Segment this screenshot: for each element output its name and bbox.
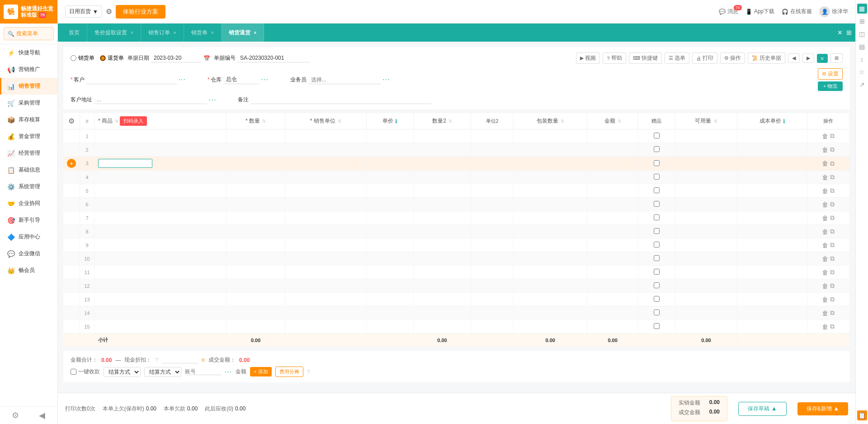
sidebar-item-shortcuts[interactable]: ⚡ 快捷导航 (0, 44, 57, 61)
online-service-button[interactable]: 🎧 在线客服 (782, 8, 812, 15)
help-btn[interactable]: ? 帮助 (603, 52, 626, 64)
maximize-button[interactable]: ⊞ (846, 29, 852, 36)
experience-button[interactable]: 体验行业方案 (116, 5, 165, 19)
calendar-icon[interactable]: 📅 (203, 55, 210, 62)
sidebar-item-inventory[interactable]: 📦 库存核算 (0, 111, 57, 128)
warehouse-select-btn[interactable]: ··· (261, 76, 269, 84)
scan-button[interactable]: 扫码录入 (120, 116, 147, 126)
product-cell[interactable] (94, 293, 226, 306)
customer-select-btn[interactable]: ··· (179, 76, 186, 84)
gift-checkbox[interactable] (654, 174, 660, 180)
copy-row-btn[interactable]: ⧉ (830, 200, 835, 208)
copy-row-btn[interactable]: ⧉ (830, 282, 835, 290)
delete-row-btn[interactable]: 🗑 (822, 201, 828, 208)
settings-btn[interactable]: ⚙ 设置 (818, 68, 843, 80)
gift-checkbox[interactable] (654, 228, 660, 234)
delete-row-btn[interactable]: 🗑 (822, 133, 828, 140)
right-btn-3[interactable]: ◫ (857, 29, 867, 39)
copy-row-btn[interactable]: ⧉ (830, 214, 835, 222)
app-download-button[interactable]: 📱 App下载 (745, 8, 774, 15)
close-sales-return-tab[interactable]: × (254, 30, 257, 35)
delete-row-btn[interactable]: 🗑 (822, 282, 828, 290)
list-view-btn[interactable]: ≡ (817, 54, 828, 63)
delete-row-btn[interactable]: 🗑 (822, 242, 828, 249)
copy-row-btn[interactable]: ⧉ (830, 309, 835, 317)
sidebar-item-wechat[interactable]: 💬 企业微信 (0, 245, 57, 262)
close-sales-order-tab[interactable]: × (174, 30, 176, 35)
account-select-btn[interactable]: ··· (225, 368, 232, 376)
sidebar-item-finance[interactable]: 💰 资金管理 (0, 128, 57, 145)
prev-record-btn[interactable]: ◀ (788, 53, 800, 63)
right-btn-bottom[interactable]: 📋 (857, 410, 867, 420)
copy-row-btn[interactable]: ⧉ (830, 228, 835, 235)
right-btn-2[interactable]: ⊞ (857, 16, 867, 26)
amount-sort-icon[interactable]: ⇅ (618, 119, 621, 124)
tab-home[interactable]: 首页 (61, 24, 87, 42)
delete-row-btn[interactable]: 🗑 (822, 255, 828, 262)
delivery-radio-input[interactable] (71, 55, 76, 61)
copy-row-btn[interactable]: ⧉ (830, 268, 835, 276)
gift-checkbox[interactable] (654, 255, 660, 261)
gift-checkbox[interactable] (654, 201, 660, 207)
product-input[interactable] (98, 159, 152, 168)
copy-row-btn[interactable]: ⧉ (830, 173, 835, 181)
gift-checkbox[interactable] (654, 187, 660, 193)
product-cell[interactable] (94, 184, 226, 198)
detail-view-btn[interactable]: ⊞ (830, 53, 843, 63)
sidebar-item-sales[interactable]: 📊 销售管理 (0, 78, 57, 95)
available-sort-icon[interactable]: ⇅ (714, 119, 717, 124)
gift-checkbox[interactable] (654, 296, 660, 302)
product-cell[interactable] (94, 143, 226, 157)
unit-price-info-icon[interactable]: ℹ (395, 118, 397, 124)
fee-help-icon[interactable]: ? (307, 369, 310, 375)
product-cell[interactable] (94, 266, 226, 279)
product-cell[interactable] (94, 306, 226, 320)
product-cell[interactable] (94, 211, 226, 225)
logistics-btn[interactable]: + 物流 (818, 81, 843, 91)
qty-sort-icon[interactable]: ⇅ (262, 119, 266, 124)
column-settings-btn[interactable]: ⚙ (68, 117, 75, 125)
delete-row-btn[interactable]: 🗑 (822, 296, 828, 303)
right-btn-4[interactable]: ▤ (857, 42, 867, 52)
gift-checkbox[interactable] (654, 133, 660, 138)
gift-checkbox[interactable] (654, 323, 660, 329)
qty2-sort-icon[interactable]: ⇅ (448, 119, 452, 124)
sidebar-item-marketing[interactable]: 📢 营销推广 (0, 61, 57, 78)
pkg-sort-icon[interactable]: ⇅ (561, 119, 564, 124)
sidebar-item-enterprise[interactable]: 🤝 企业协同 (0, 195, 57, 212)
sidebar-item-member[interactable]: 👑 畅会员 (0, 262, 57, 279)
account-input[interactable] (185, 368, 221, 375)
product-cell[interactable] (94, 225, 226, 238)
sidebar-item-operations[interactable]: 📈 经营管理 (0, 145, 57, 162)
cost-price-info-icon[interactable]: ℹ (783, 118, 785, 124)
warehouse-input[interactable] (223, 76, 259, 84)
radio-delivery[interactable]: 销货单 (71, 54, 94, 62)
right-btn-6[interactable]: ☆ (857, 67, 867, 77)
delete-row-btn[interactable]: 🗑 (822, 323, 828, 330)
one-key-payment-checkbox[interactable]: 一键收款 (71, 368, 100, 376)
product-cell[interactable] (94, 320, 226, 333)
sidebar-item-purchase[interactable]: 🛒 采购管理 (0, 95, 57, 111)
save-draft-button[interactable]: 保存草稿 ▲ (738, 402, 786, 416)
address-input[interactable] (94, 95, 207, 104)
copy-row-btn[interactable]: ⧉ (830, 132, 835, 140)
settlement-method-select[interactable]: 结算方式 (104, 367, 141, 377)
messages-button[interactable]: 💬 消息 70 (719, 8, 738, 15)
copy-row-btn[interactable]: ⧉ (830, 146, 835, 153)
print-btn[interactable]: 🖨 打印 (692, 52, 717, 64)
copy-row-btn[interactable]: ⧉ (830, 187, 835, 195)
copy-row-btn[interactable]: ⧉ (830, 295, 835, 303)
right-btn-5[interactable]: ↕ (857, 54, 867, 64)
copy-row-btn[interactable]: ⧉ (830, 241, 835, 249)
sidebar-collapse-button[interactable]: ◀ (31, 410, 54, 420)
delete-row-btn[interactable]: 🗑 (822, 174, 828, 181)
close-sales-delivery-tab[interactable]: × (211, 30, 214, 35)
search-menu-button[interactable]: 🔍 搜索菜单 (4, 27, 54, 40)
tab-sales-order[interactable]: 销售订单 × (141, 24, 184, 42)
gift-checkbox[interactable] (654, 160, 660, 166)
customer-input[interactable] (86, 76, 177, 84)
unit-sort-icon[interactable]: ⇅ (338, 119, 341, 124)
radio-return[interactable]: 退货单 (100, 54, 124, 62)
one-key-checkbox-input[interactable] (71, 369, 76, 375)
gift-checkbox[interactable] (654, 214, 660, 220)
